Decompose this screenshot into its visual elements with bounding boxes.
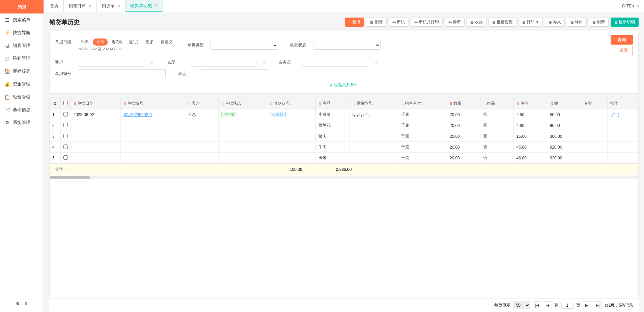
table-scrollbar-thumb[interactable]: [50, 176, 90, 179]
date-tab-custom[interactable]: 自定义: [158, 38, 175, 46]
customer-input[interactable]: [78, 58, 145, 67]
sidebar-bottom-actions[interactable]: ⚙ ⏸: [0, 298, 44, 309]
col-customer[interactable]: ⇅ 客户: [185, 98, 218, 109]
select-all-checkbox[interactable]: [63, 101, 68, 105]
product-ellipsis[interactable]: ···: [271, 71, 278, 76]
next-page-button[interactable]: ▶: [583, 301, 591, 309]
row-actions[interactable]: [607, 131, 638, 142]
filter-row-3: 单据编号 商品 ···: [55, 69, 633, 78]
col-doc-status[interactable]: ⇅ 单据状态: [218, 98, 267, 109]
first-page-button[interactable]: |◀: [533, 301, 541, 309]
row-checkbox-cell[interactable]: [60, 120, 71, 131]
date-tab-today[interactable]: 今天: [93, 38, 108, 46]
salesperson-input[interactable]: [302, 58, 369, 67]
sidebar-item-purchase-mgmt[interactable]: 🛒 采购管理: [0, 52, 44, 65]
table-settings-col[interactable]: ⚙: [50, 98, 60, 109]
col-product[interactable]: ⇅ 商品: [316, 98, 349, 109]
doc-type-select[interactable]: [211, 41, 278, 50]
sidebar-item-finance-mgmt[interactable]: 💰 资金管理: [0, 78, 44, 90]
row-quantity: 20.00: [447, 109, 480, 120]
row-checkbox[interactable]: [63, 155, 68, 160]
col-doc-date[interactable]: ⇅ 单据日期: [71, 98, 120, 109]
import-button[interactable]: ⊕ 导入: [545, 18, 565, 27]
date-tab-more[interactable]: 更多: [143, 38, 157, 46]
per-page-select[interactable]: 10 20 50 100: [513, 302, 530, 309]
col-collect-status[interactable]: ⇅ 收款状态: [267, 98, 315, 109]
col-gift[interactable]: ⇅ 赠品: [480, 98, 513, 109]
window-close-icon[interactable]: ✕: [637, 4, 640, 8]
sidebar-item-label: 基础信息: [13, 107, 30, 113]
col-doc-number[interactable]: ⇅ 单据编号: [120, 98, 185, 109]
row-actions[interactable]: [607, 153, 638, 163]
tab-sales-delivery[interactable]: 销货单 ✕: [97, 0, 125, 12]
collect-button[interactable]: ⊕ 收款: [467, 18, 486, 27]
collapse-button[interactable]: ∧ 收起更多条件: [328, 81, 360, 89]
customer-ellipsis[interactable]: ···: [148, 59, 155, 65]
quick-nav-icon: ⚡: [4, 30, 10, 36]
tab-close-sales-order[interactable]: ✕: [89, 4, 92, 8]
audit-print-button[interactable]: ◎ 审核并打印: [411, 18, 443, 27]
row-sales-unit: 千克: [398, 120, 447, 131]
pause-bottom-icon[interactable]: ⏸: [24, 301, 28, 306]
edit-action[interactable]: 🖊: [610, 112, 616, 117]
audit-button[interactable]: ◎ 审核: [389, 18, 409, 27]
last-page-button[interactable]: ▶|: [594, 301, 602, 309]
query-button[interactable]: 查询: [611, 35, 633, 45]
sidebar-item-search-menu[interactable]: ☰ 搜索菜单: [0, 14, 44, 26]
tab-close-sales-delivery-history[interactable]: ✕: [155, 3, 158, 8]
row-checkbox-cell[interactable]: [60, 131, 71, 142]
more-action[interactable]: ⋮: [616, 112, 621, 117]
refresh-button[interactable]: ⊕ 刷新: [589, 18, 609, 27]
tab-sales-order[interactable]: 销售订单 ✕: [64, 0, 97, 12]
sidebar-item-quick-nav[interactable]: ⚡ 快捷导航: [0, 26, 44, 39]
sidebar-item-inventory-calc[interactable]: 🏠 库存核算: [0, 65, 44, 78]
collect-status-select[interactable]: [313, 41, 381, 50]
date-tab-1month[interactable]: 近1月: [126, 38, 142, 46]
page-number-input[interactable]: [561, 302, 573, 309]
row-actions[interactable]: [607, 142, 638, 153]
date-tab-yesterday[interactable]: 昨天: [78, 38, 91, 46]
warehouse-label: 仓库: [167, 59, 187, 65]
row-checkbox[interactable]: [63, 134, 68, 138]
setup-button[interactable]: 设置: [615, 46, 633, 55]
row-checkbox[interactable]: [63, 112, 68, 116]
row-checkbox-cell[interactable]: [60, 142, 71, 153]
col-spec-type[interactable]: ⇅ 规格型号: [349, 98, 398, 109]
sidebar-item-operations-mgmt[interactable]: 📋 经营管理: [0, 90, 44, 103]
export-button[interactable]: ⊕ 导出: [567, 18, 587, 27]
row-actions[interactable]: [607, 120, 638, 131]
delete-button[interactable]: 🗑 删除: [366, 18, 387, 27]
sidebar-item-basic-info[interactable]: 📑 基础信息: [0, 103, 44, 116]
doc-number-input[interactable]: [78, 69, 166, 78]
date-tab-7days[interactable]: 近7天: [109, 38, 125, 46]
salesperson-ellipsis[interactable]: ···: [372, 59, 379, 65]
row-checkbox[interactable]: [63, 123, 68, 127]
print-button[interactable]: ⊕ 打印 ▼: [519, 18, 543, 27]
sidebar-item-system-mgmt[interactable]: ⚙ 系统管理: [0, 116, 44, 129]
warehouse-input[interactable]: [190, 58, 257, 67]
show-detail-button[interactable]: ⊕ 显示明细: [611, 18, 639, 27]
row-checkbox-cell[interactable]: [60, 153, 71, 163]
tab-sales-delivery-history[interactable]: 销货单历史 ✕: [125, 0, 163, 12]
sidebar-item-sales-mgmt[interactable]: 📊 销售管理: [0, 39, 44, 52]
table-scrollbar[interactable]: [50, 176, 638, 179]
col-unit-price[interactable]: ⇅ 单价: [513, 98, 547, 109]
new-button[interactable]: + 新增: [345, 18, 364, 27]
abandon-button[interactable]: ◎ 弃审: [445, 18, 465, 27]
row-checkbox-cell[interactable]: [60, 109, 71, 120]
settings-bottom-icon[interactable]: ⚙: [16, 301, 20, 306]
col-quantity[interactable]: ⇅ 数量: [447, 98, 480, 109]
tab-close-sales-delivery[interactable]: ✕: [117, 4, 120, 8]
tab-home[interactable]: 首页: [45, 0, 64, 12]
warehouse-ellipsis[interactable]: ···: [260, 59, 267, 65]
prev-page-button[interactable]: ◀: [544, 301, 552, 309]
row-customer: [185, 131, 218, 142]
product-input[interactable]: [201, 69, 268, 78]
row-actions[interactable]: 🖊⋮: [607, 109, 638, 120]
date-filter-group: 单据日期 昨天 今天 近7天 近1月 更多 自定义 2023-06-02 至 2…: [55, 38, 175, 52]
batch-change-button[interactable]: ⊕ 批量变更: [488, 18, 516, 27]
row-gift: 否: [480, 120, 513, 131]
row-transaction: [581, 131, 607, 142]
row-checkbox[interactable]: [63, 145, 68, 149]
col-sales-unit[interactable]: ⇅ 销售单位: [398, 98, 447, 109]
